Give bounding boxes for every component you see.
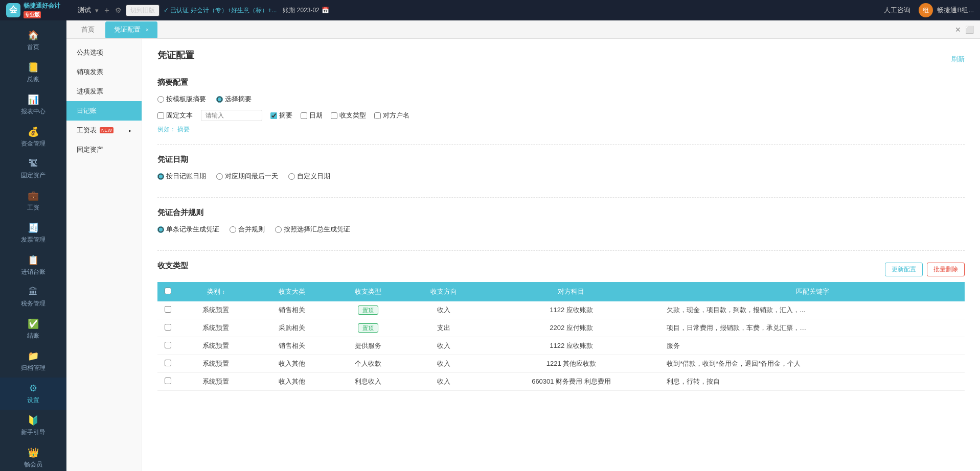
add-btn[interactable]: ＋: [103, 5, 111, 16]
update-config-button[interactable]: 更新配置: [885, 263, 923, 276]
cell-main-type: 收入其他: [254, 355, 330, 373]
sub-type-tag: 置顶: [358, 323, 378, 333]
purchase-icon: 📋: [28, 254, 39, 266]
sidebar-item-tax[interactable]: 🏛 税务管理: [0, 281, 66, 313]
tab-home-label: 首页: [81, 26, 95, 33]
type-checkbox[interactable]: 收支类型: [331, 111, 366, 120]
logo-icon: 会: [6, 3, 20, 17]
checkbox-row: 固定文本 摘要 日期 收支类型: [157, 110, 965, 121]
sidebar-item-home[interactable]: 🏠 首页: [0, 25, 66, 57]
sidebar-item-checkout[interactable]: ✅ 结账: [0, 313, 66, 345]
select-all-checkbox[interactable]: [165, 288, 171, 294]
summary-radio-template[interactable]: 按模板版摘要: [157, 95, 206, 104]
switch-version-button[interactable]: 切到旧版: [126, 5, 159, 16]
summary-radio-select[interactable]: 选择摘要: [216, 95, 252, 104]
gear-icon[interactable]: ⚙: [115, 6, 122, 14]
config-nav-salary-table-label: 工资表: [77, 126, 97, 135]
sidebar-item-member[interactable]: 👑 畅会员: [0, 442, 66, 471]
consult-link[interactable]: 人工咨询: [884, 6, 910, 15]
calendar-icon[interactable]: 📅: [322, 7, 329, 14]
table-actions: 更新配置 批量删除: [885, 263, 965, 276]
tab-expand-icon[interactable]: ⬜: [965, 26, 974, 34]
cell-checkbox[interactable]: [157, 319, 178, 337]
user-area[interactable]: 组 畅捷通B组...: [919, 3, 974, 17]
summary-checkbox[interactable]: 摘要: [270, 111, 292, 120]
tab-close-icon[interactable]: ×: [146, 27, 149, 33]
row-checkbox[interactable]: [165, 324, 171, 331]
tab-home[interactable]: 首页: [73, 21, 103, 38]
row-checkbox[interactable]: [165, 378, 171, 384]
ledger-icon: 📒: [28, 62, 39, 73]
table-row: 系统预置 销售相关 提供服务 收入 1122 应收账款 服务: [157, 337, 965, 355]
sidebar-item-report[interactable]: 📊 报表中心: [0, 89, 66, 121]
sidebar-item-settings[interactable]: ⚙ 设置: [0, 378, 66, 410]
sidebar-item-asset[interactable]: 🏗 固定资产: [0, 153, 66, 185]
config-nav-sales-invoice[interactable]: 销项发票: [66, 62, 142, 82]
cell-direction: 收入: [406, 337, 482, 355]
summary-radio-template-label: 按模板版摘要: [166, 95, 206, 104]
sidebar-item-invoice[interactable]: 🧾 发票管理: [0, 217, 66, 249]
sidebar-item-ledger[interactable]: 📒 总账: [0, 57, 66, 89]
content-area: 公共选项 销项发票 进项发票 日记账 工资表 NEW ▸ 固定资产 凭证: [66, 39, 980, 471]
summary-checkbox-label: 摘要: [279, 111, 292, 120]
chevron-down-icon[interactable]: ▾: [95, 7, 99, 14]
refresh-button[interactable]: 刷新: [951, 55, 965, 64]
sidebar-item-checkout-label: 结账: [27, 332, 39, 340]
sidebar-item-purchase[interactable]: 📋 进销台账: [0, 249, 66, 281]
date-checkbox[interactable]: 日期: [301, 111, 323, 120]
date-radio-journal[interactable]: 按日记账日期: [157, 172, 206, 181]
sub-type-tag: 置顶: [358, 305, 378, 315]
tab-voucher-config-label: 凭证配置: [114, 26, 141, 33]
date-radio-group: 按日记账日期 对应期间最后一天 自定义日期: [157, 172, 965, 181]
cell-direction: 支出: [406, 319, 482, 337]
sort-icon[interactable]: ↕: [222, 289, 225, 295]
config-nav-public[interactable]: 公共选项: [66, 43, 142, 62]
fund-icon: 💰: [28, 126, 39, 137]
date-radio-period-last[interactable]: 对应期间最后一天: [216, 172, 278, 181]
cell-sub-type: 置顶: [330, 301, 406, 319]
row-checkbox[interactable]: [165, 306, 171, 313]
cell-checkbox[interactable]: [157, 337, 178, 355]
config-nav-fixed-asset[interactable]: 固定资产: [66, 140, 142, 159]
merge-radio-single[interactable]: 单条记录生成凭证: [157, 225, 219, 234]
sidebar: 🏠 首页 📒 总账 📊 报表中心 💰 资金管理 🏗 固定资产 💼 工资 🧾 发票…: [0, 20, 66, 471]
fixed-text-input[interactable]: [201, 110, 262, 121]
top-bar: 会 畅捷通好会计 专业版 测试 ▾ ＋ ⚙ 切到旧版 ✓ 已认证 好会计（专）+…: [0, 0, 980, 20]
sidebar-item-salary[interactable]: 💼 工资: [0, 185, 66, 217]
tab-close-window-icon[interactable]: ✕: [955, 26, 961, 34]
merge-radio-summary-label: 按照选择汇总生成凭证: [284, 225, 350, 234]
counterpart-checkbox[interactable]: 对方户名: [374, 111, 409, 120]
logo-sub: 专业版: [24, 11, 41, 18]
config-nav-purchase-invoice[interactable]: 进项发票: [66, 82, 142, 101]
row-checkbox[interactable]: [165, 342, 171, 348]
batch-delete-button[interactable]: 批量删除: [927, 263, 965, 276]
merge-radio-summary[interactable]: 按照选择汇总生成凭证: [275, 225, 350, 234]
cell-main-type: 采购相关: [254, 319, 330, 337]
sidebar-item-archive[interactable]: 📁 归档管理: [0, 345, 66, 378]
tax-icon: 🏛: [29, 287, 38, 297]
th-category-label: 类别: [207, 287, 220, 296]
page-title: 凭证配置: [157, 49, 194, 61]
sidebar-item-asset-label: 固定资产: [21, 171, 45, 180]
date-radio-period-last-label: 对应期间最后一天: [225, 172, 278, 181]
settings-icon: ⚙: [29, 383, 37, 394]
th-checkbox[interactable]: [157, 282, 178, 301]
cell-checkbox[interactable]: [157, 373, 178, 391]
config-nav-journal[interactable]: 日记账: [66, 101, 142, 121]
fixed-text-checkbox[interactable]: 固定文本: [157, 111, 193, 120]
tab-bar-right: ✕ ⬜: [955, 26, 974, 34]
cell-checkbox[interactable]: [157, 355, 178, 373]
cell-checkbox[interactable]: [157, 301, 178, 319]
row-checkbox[interactable]: [165, 360, 171, 366]
sidebar-item-guide[interactable]: 🔰 新手引导: [0, 410, 66, 442]
sidebar-item-tax-label: 税务管理: [21, 299, 45, 308]
cell-sub-type: 个人收款: [330, 355, 406, 373]
th-account-label: 对方科目: [558, 288, 584, 295]
table-header-row: 收支类型 更新配置 批量删除: [157, 261, 965, 278]
merge-radio-merge[interactable]: 合并规则: [230, 225, 265, 234]
date-radio-custom[interactable]: 自定义日期: [288, 172, 330, 181]
income-expense-section: 收支类型 更新配置 批量删除: [157, 261, 965, 391]
config-nav-salary-table[interactable]: 工资表 NEW ▸: [66, 121, 142, 140]
tab-voucher-config[interactable]: 凭证配置 ×: [105, 21, 157, 38]
sidebar-item-fund[interactable]: 💰 资金管理: [0, 121, 66, 153]
